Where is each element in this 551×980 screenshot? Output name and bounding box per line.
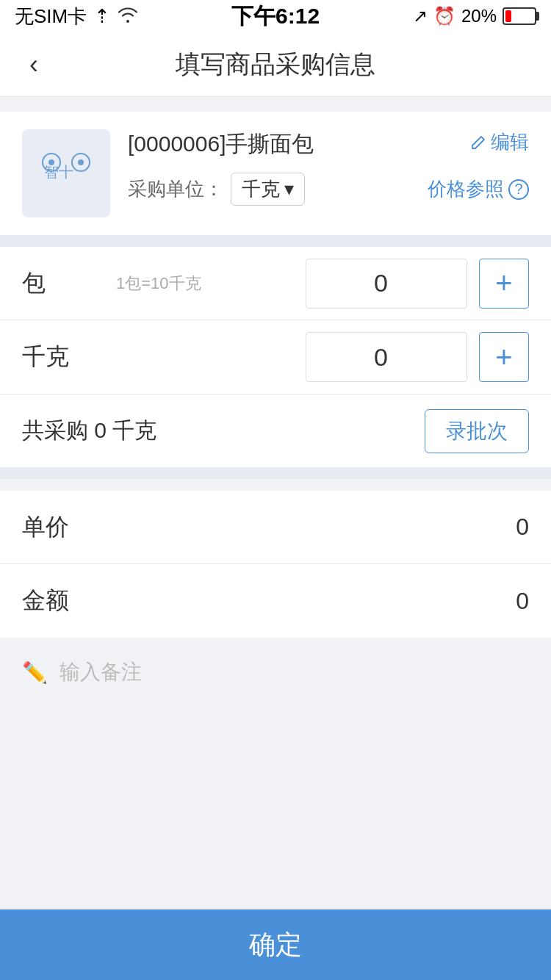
amount-value: 0 [516, 588, 529, 615]
kg-quantity-input[interactable] [306, 332, 467, 382]
total-text: 共采购 0 千克 [22, 416, 156, 446]
input-section: 包 1包=10千克 + 千克 + [0, 247, 551, 394]
carrier-label: 无SIM卡 [15, 4, 87, 29]
chevron-down-icon: ▾ [284, 178, 294, 201]
product-image: 智十 [22, 129, 110, 217]
kg-label: 千克 [22, 341, 110, 373]
bag-quantity-input[interactable] [306, 259, 467, 309]
page-title: 填写商品采购信息 [176, 48, 375, 82]
amount-row: 金额 0 [0, 564, 551, 638]
divider-2 [0, 467, 551, 479]
back-button[interactable]: ‹ [22, 42, 46, 87]
product-unit-row: 采购单位： 千克 ▾ 价格参照 ? [128, 173, 529, 206]
price-ref-button[interactable]: 价格参照 ? [428, 176, 529, 202]
status-bar-left: 无SIM卡 ⇡ [15, 4, 138, 29]
total-row: 共采购 0 千克 录批次 [0, 394, 551, 467]
status-time: 下午6:12 [231, 1, 320, 32]
alarm-icon: ⏰ [433, 6, 455, 26]
wifi-icon: ⇡ [94, 5, 110, 28]
product-header: [0000006]手撕面包 编辑 [128, 129, 529, 159]
amount-label: 金额 [22, 585, 69, 617]
help-icon: ? [508, 179, 529, 200]
unit-label: 采购单位： [128, 176, 223, 202]
svg-point-4 [78, 159, 84, 165]
wifi-icon2 [118, 5, 138, 28]
unit-price-value: 0 [516, 514, 529, 541]
bag-label: 包 [22, 267, 110, 300]
unit-price-label: 单价 [22, 511, 69, 544]
kg-plus-button[interactable]: + [479, 332, 529, 382]
divider-1 [0, 235, 551, 247]
quantity-row-kg: 千克 + [0, 320, 551, 394]
unit-select[interactable]: 千克 ▾ [231, 173, 305, 206]
pencil-icon: ✏️ [22, 660, 48, 685]
edit-button[interactable]: 编辑 [470, 129, 529, 155]
battery-percent: 20% [461, 6, 497, 26]
quantity-row-bag: 包 1包=10千克 + [0, 247, 551, 320]
price-section: 单价 0 金额 0 [0, 491, 551, 638]
status-bar: 无SIM卡 ⇡ 下午6:12 ↗ ⏰ 20% [0, 0, 551, 32]
note-section[interactable]: ✏️ 输入备注 [0, 638, 551, 707]
confirm-button[interactable]: 确定 [0, 909, 551, 980]
batch-button[interactable]: 录批次 [425, 409, 529, 453]
battery-icon [503, 7, 536, 25]
bag-sublabel: 1包=10千克 [116, 273, 201, 295]
bag-plus-button[interactable]: + [479, 259, 529, 309]
product-name: [0000006]手撕面包 [128, 129, 314, 159]
location-icon: ↗ [413, 6, 428, 26]
nav-bar: ‹ 填写商品采购信息 [0, 32, 551, 97]
svg-point-3 [48, 159, 54, 165]
note-placeholder: 输入备注 [60, 658, 142, 686]
product-info: [0000006]手撕面包 编辑 采购单位： 千克 ▾ 价格参照 ? [128, 129, 529, 206]
product-card: 智十 [0000006]手撕面包 编辑 采购单位： 千克 ▾ [0, 112, 551, 235]
status-bar-right: ↗ ⏰ 20% [413, 6, 536, 26]
product-logo: 智十 [37, 148, 96, 200]
unit-price-row: 单价 0 [0, 491, 551, 564]
